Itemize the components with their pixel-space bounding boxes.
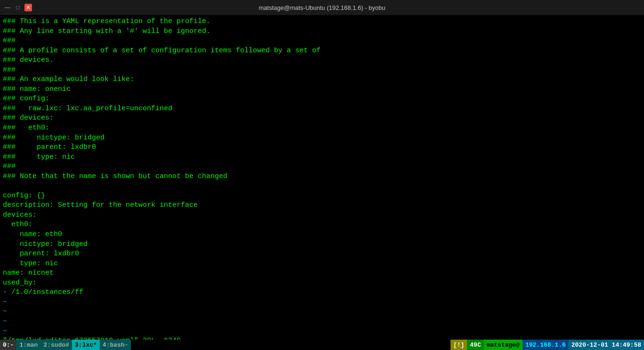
terminal-line: ### name: onenic — [3, 85, 641, 95]
terminal-line: ### — [3, 36, 641, 46]
terminal-content: ### This is a YAML representation of the… — [0, 15, 644, 340]
terminal-line: config: {} — [3, 191, 641, 201]
status-bar: 0:- 1:man 2:sudo# 3:lxc* 4:bash- [!] 49C… — [0, 340, 644, 350]
alert-indicator: [!] — [451, 340, 467, 350]
host-label: matstage@ — [484, 340, 523, 350]
tilde-line: ~ — [3, 327, 641, 337]
minimize-button[interactable]: — — [4, 4, 11, 11]
terminal-line: description: Setting for the network int… — [3, 201, 641, 211]
pane-1[interactable]: 1:man — [16, 340, 40, 350]
tilde-line: ~ — [3, 298, 641, 308]
terminal-line: name: nicnet — [3, 269, 641, 278]
host-ip: 192.168.1.6 — [523, 340, 569, 350]
pane-4[interactable]: 4:bash- — [100, 340, 131, 350]
vim-status-line: "/tmp/lxd_editor_673557019.yaml" 29L, 63… — [3, 336, 641, 340]
terminal-line: - /1.0/instances/ff — [3, 288, 641, 298]
terminal-line: parent: lxdbr0 — [3, 249, 641, 259]
terminal-line: type: nic — [3, 259, 641, 269]
terminal-line: ### An example would look like: — [3, 75, 641, 85]
terminal-line: ### devices. — [3, 56, 641, 65]
terminal-line: name: eth0 — [3, 230, 641, 240]
tilde-line: ~ — [3, 317, 641, 327]
terminal-line — [3, 181, 641, 191]
terminal-line: ### parent: lxdbr0 — [3, 143, 641, 153]
terminal-line: used_by: — [3, 278, 641, 288]
terminal-line: ### eth0: — [3, 123, 641, 133]
terminal-line: nictype: bridged — [3, 240, 641, 250]
title-bar: — □ ✕ matstage@mats-Ubuntu (192.168.1.6)… — [0, 0, 644, 15]
terminal-line: ### Note that the name is shown but cann… — [3, 172, 641, 182]
datetime: 2020-12-01 14:49:58 — [569, 340, 644, 350]
pane-0[interactable]: 0:- — [0, 340, 16, 350]
terminal-line: ### nictype: bridged — [3, 133, 641, 143]
terminal-line: ### This is a YAML representation of the… — [3, 17, 641, 27]
terminal-line: ### A profile consists of a set of confi… — [3, 46, 641, 56]
tilde-line: ~ — [3, 307, 641, 317]
terminal-line: ### type: nic — [3, 153, 641, 163]
terminal-line: ### — [3, 65, 641, 75]
terminal-line: ### — [3, 162, 641, 172]
terminal-line: ### config: — [3, 94, 641, 104]
terminal-line: ### devices: — [3, 114, 641, 123]
temperature: 49C — [467, 340, 483, 350]
terminal-line: ### raw.lxc: lxc.aa_profile=unconfined — [3, 104, 641, 114]
restore-button[interactable]: □ — [14, 4, 22, 11]
terminal-line: eth0: — [3, 220, 641, 230]
close-button[interactable]: ✕ — [24, 4, 32, 11]
window-title: matstage@mats-Ubuntu (192.168.1.6) - byo… — [32, 4, 612, 11]
pane-3-active[interactable]: 3:lxc* — [72, 340, 100, 350]
terminal-line: devices: — [3, 211, 641, 220]
pane-2[interactable]: 2:sudo# — [40, 340, 72, 350]
terminal-line: ### Any line starting with a '#' will be… — [3, 27, 641, 37]
